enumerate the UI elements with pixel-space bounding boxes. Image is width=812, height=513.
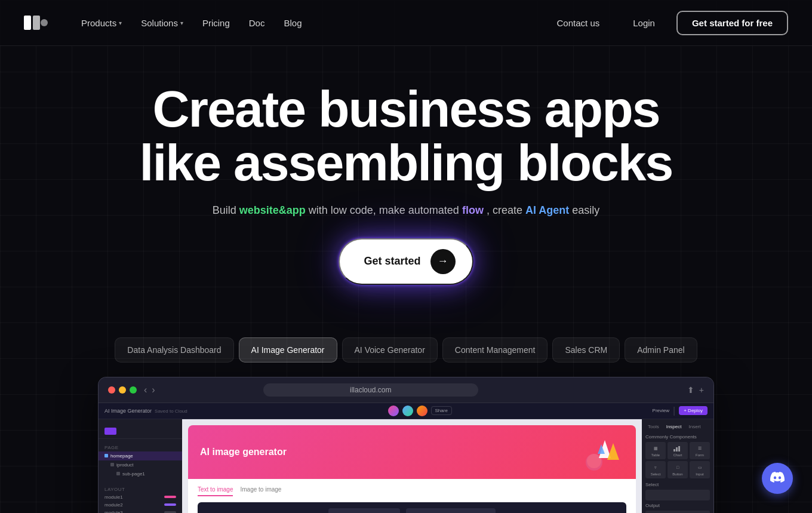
deploy-button[interactable]: + Deploy <box>679 406 708 415</box>
avatar-3 <box>417 406 427 416</box>
nav-blog-label: Blog <box>284 18 302 28</box>
component-select[interactable]: ▿ Select <box>645 461 666 478</box>
page-icon <box>104 454 108 457</box>
tab-admin-panel[interactable]: Admin Panel <box>625 337 697 363</box>
sidebar-header <box>99 424 182 439</box>
layout-bar-purple <box>164 503 176 506</box>
demo-tabs: Data Analysis Dashboard AI Image Generat… <box>0 337 812 363</box>
component-table[interactable]: ▦ Table <box>645 442 666 459</box>
nav-items: Products ▾ Solutions ▾ Pricing Doc Blog <box>73 13 310 33</box>
svg-rect-15 <box>678 446 680 451</box>
new-tab-icon[interactable]: + <box>699 385 704 395</box>
layout-module1[interactable]: module1 <box>99 493 182 501</box>
hero-line2: like assembling blocks <box>140 134 673 191</box>
cta-container: Get started → <box>12 238 800 285</box>
hero-line1: Create business apps <box>152 80 659 137</box>
get-started-hero-button[interactable]: Get started → <box>339 238 473 285</box>
hero-heading: Create business apps like assembling blo… <box>12 82 800 190</box>
tab-sales-crm[interactable]: Sales CRM <box>552 337 620 363</box>
highlight-flow: flow <box>462 204 484 216</box>
navigation: Products ▾ Solutions ▾ Pricing Doc Blog … <box>0 0 812 46</box>
hero-section: Create business apps like assembling blo… <box>0 46 812 337</box>
layout-label: LAYOUT <box>99 483 182 493</box>
pages-label: PAGE <box>99 441 182 451</box>
svg-rect-14 <box>676 447 678 451</box>
layout-module2[interactable]: module2 <box>99 501 182 509</box>
component-chart[interactable]: Chart <box>668 442 688 459</box>
browser-mockup: ‹ › illacloud.com ⬆ + AI Image Generator… <box>98 377 714 513</box>
output-section-label: Output <box>645 503 710 508</box>
tab-ai-voice-generator[interactable]: AI Voice Generator <box>342 337 438 363</box>
component-form[interactable]: ☰ Form <box>690 442 710 459</box>
share-icon[interactable]: ⬆ <box>687 385 694 395</box>
nav-doc-label: Doc <box>249 18 265 28</box>
page-icon <box>110 463 114 466</box>
app-logo-small <box>104 428 116 435</box>
component-input[interactable]: ▭ Input <box>690 461 710 478</box>
nav-doc[interactable]: Doc <box>241 13 273 33</box>
canvas-body: Text to image Image to image <box>188 479 636 513</box>
select-dropdown[interactable] <box>645 490 710 500</box>
browser-url-bar[interactable]: illacloud.com <box>263 383 478 397</box>
sidebar-page-subpage[interactable]: sub-page1 <box>110 469 182 478</box>
component-button[interactable]: □ Button <box>668 461 688 478</box>
output-area <box>645 511 710 513</box>
forward-icon[interactable]: › <box>152 385 155 395</box>
app-topbar-title: AI Image Generator Saved to Cloud <box>104 408 187 414</box>
nav-left: Products ▾ Solutions ▾ Pricing Doc Blog <box>24 11 310 35</box>
avatar-1 <box>388 406 399 416</box>
sidebar-page-product[interactable]: iproduct <box>104 460 182 469</box>
chart-icon <box>669 444 687 453</box>
right-tab-insert[interactable]: Insert <box>686 423 703 431</box>
contact-button[interactable]: Contact us <box>545 13 612 33</box>
tab-data-analysis[interactable]: Data Analysis Dashboard <box>115 337 233 363</box>
tab-content-management[interactable]: Content Management <box>442 337 548 363</box>
traffic-light-green <box>130 386 137 394</box>
chevron-down-icon: ▾ <box>119 20 122 26</box>
component-grid: ▦ Table Chart ☰ Form ▿ Select <box>645 442 710 478</box>
browser-bar: ‹ › illacloud.com ⬆ + <box>99 377 713 403</box>
nav-products[interactable]: Products ▾ <box>73 13 130 33</box>
traffic-light-yellow <box>119 386 126 394</box>
highlight-ai-agent: AI Agent <box>525 204 569 216</box>
table-icon: ▦ <box>647 444 665 453</box>
preview-button[interactable]: Preview <box>653 408 669 413</box>
canvas-inner: AI image generator <box>188 425 636 513</box>
nav-blog[interactable]: Blog <box>275 13 310 33</box>
right-tab-inspect[interactable]: Inspect <box>664 423 684 431</box>
canvas-image-area <box>198 502 626 513</box>
right-tab-tools[interactable]: Tools <box>645 423 662 431</box>
select-icon: ▿ <box>647 463 665 472</box>
canvas-tab-text-to-image[interactable]: Text to image <box>198 486 233 496</box>
svg-marker-6 <box>607 443 619 460</box>
app-topbar: AI Image Generator Saved to Cloud Share … <box>99 403 713 419</box>
login-button[interactable]: Login <box>621 13 667 33</box>
discord-button[interactable] <box>762 463 793 494</box>
discord-icon <box>770 471 785 486</box>
logo[interactable] <box>24 11 49 35</box>
separator: | <box>673 406 675 416</box>
get-started-nav-button[interactable]: Get started for free <box>676 11 788 35</box>
nav-solutions[interactable]: Solutions ▾ <box>133 13 192 33</box>
right-panel-tabs: Tools Inspect Insert <box>645 423 710 431</box>
traffic-lights <box>108 386 137 394</box>
chevron-down-icon: ▾ <box>180 20 183 26</box>
svg-rect-2 <box>41 19 48 26</box>
tab-ai-image-generator[interactable]: AI Image Generator <box>239 337 337 363</box>
layout-module3[interactable]: module3 <box>99 509 182 513</box>
share-button[interactable]: Share <box>431 406 452 415</box>
canvas-tab-image-to-image[interactable]: Image to image <box>240 486 281 496</box>
canvas-title: AI image generator <box>200 447 287 457</box>
nav-products-label: Products <box>81 18 116 28</box>
traffic-light-red <box>108 386 115 394</box>
button-component-icon: □ <box>669 463 687 472</box>
sidebar-page-homepage[interactable]: homepage <box>99 451 182 460</box>
nav-solutions-label: Solutions <box>141 18 178 28</box>
back-icon[interactable]: ‹ <box>144 385 147 395</box>
nav-pricing[interactable]: Pricing <box>194 13 238 33</box>
cta-label: Get started <box>364 255 420 268</box>
canvas-3d-decoration <box>582 431 624 473</box>
highlight-website-app: website&app <box>239 204 306 216</box>
select-section-label: Select <box>645 482 710 487</box>
app-content: PAGE homepage iproduct sub-page1 LAYOUT … <box>99 419 713 513</box>
